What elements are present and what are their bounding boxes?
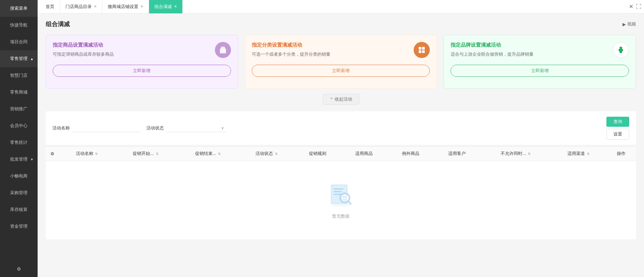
table-header-settings[interactable]: ⚙ — [46, 147, 59, 161]
sidebar-item-label: 采购管理 — [10, 190, 28, 195]
promo-card-category: 指定分类设置满减活动 可选一个或者多个分类，提升分类的销量 立即新增 — [245, 35, 437, 89]
chevron-up-icon: ▲ — [30, 57, 34, 61]
col-label: 促销结束... — [195, 151, 216, 156]
tab-wechat-store-label: 微商城店铺设置 — [108, 4, 138, 10]
sidebar-item-quicknav[interactable]: 快捷导航 — [0, 17, 38, 34]
svg-rect-11 — [333, 191, 341, 192]
category-card-icon — [414, 42, 430, 58]
table-header-promo-end[interactable]: 促销结束... ⇅ — [177, 147, 239, 161]
table-header-applicable-channels[interactable]: 适用渠道 ⇅ — [551, 147, 606, 161]
sidebar-item-retail-mall[interactable]: 零售商城 — [0, 84, 38, 101]
svg-point-16 — [343, 197, 344, 198]
sidebar-item-retail-stats[interactable]: 零售统计 — [0, 134, 38, 151]
activity-status-select[interactable]: ∨ — [167, 124, 227, 132]
category-card-desc: 可选一个或者多个分类，提升分类的销量 — [252, 51, 430, 58]
table-header-promo-start[interactable]: 促销开始... ⇅ — [114, 147, 177, 161]
col-label: 促销开始... — [133, 151, 154, 156]
svg-point-2 — [223, 50, 224, 51]
settings-button[interactable]: 设置 — [606, 129, 629, 140]
sidebar-item-smart-store[interactable]: 智慧门店 — [0, 67, 38, 84]
svg-rect-6 — [422, 50, 425, 53]
table-header-no-concurrent[interactable]: 不允许同时... ⇅ — [480, 147, 551, 161]
table-header-applicable-products: 适用商品 — [341, 147, 387, 161]
promo-cards-row: 指定商品设置满减活动 可指定滞销商品或库存较多商品 立即新增 指定分类设置满减活… — [46, 35, 636, 89]
table-header-activity-name[interactable]: 活动名称 ⇅ — [59, 147, 114, 161]
table-header-promo-rules: 促销规则 — [294, 147, 340, 161]
expand-window-button[interactable]: ⛶ — [636, 4, 641, 10]
tab-product-catalog-label: 门店商品目录 — [65, 4, 92, 10]
product-card-title: 指定商品设置满减活动 — [53, 42, 231, 48]
video-label: 视频 — [627, 21, 636, 27]
brand-card-icon — [613, 42, 629, 58]
brand-card-add-button[interactable]: 立即新增 — [451, 65, 629, 77]
close-window-button[interactable]: ✕ — [629, 3, 633, 10]
sidebar-item-label: 小畅电商 — [10, 173, 28, 178]
tab-wechat-store[interactable]: 微商城店铺设置 ✕ — [102, 0, 149, 13]
tab-bar: 首页 门店商品目录 ✕ 微商城店铺设置 ✕ 组合满减 ✕ ✕ ⛶ — [38, 0, 644, 13]
table-header-applicable-customers: 适用客户 — [434, 147, 480, 161]
sidebar-item-label: 零售管理 — [10, 56, 28, 61]
product-card-add-button[interactable]: 立即新增 — [53, 65, 231, 77]
sort-icon: ⇅ — [95, 152, 98, 156]
sidebar: 搜索菜单 快捷导航 项目合同 零售管理 ▲ 智慧门店 零售商城 营销推广 会员中… — [0, 0, 38, 277]
category-card-title: 指定分类设置满减活动 — [252, 42, 430, 48]
sidebar-item-contract[interactable]: 项目合同 — [0, 34, 38, 50]
product-card-desc: 可指定滞销商品或库存较多商品 — [53, 51, 231, 58]
main-area: 首页 门店商品目录 ✕ 微商城店铺设置 ✕ 组合满减 ✕ ✕ ⛶ 组合满减 ▶ … — [38, 0, 644, 277]
col-label: 活动状态 — [256, 151, 273, 156]
sidebar-item-label: 搜索菜单 — [10, 6, 28, 11]
sidebar-item-label: 快捷导航 — [10, 22, 28, 27]
sidebar-item-marketing[interactable]: 营销推广 — [0, 101, 38, 117]
video-link[interactable]: ▶ 视频 — [623, 21, 636, 27]
table-header-activity-status[interactable]: 活动状态 ⇅ — [239, 147, 294, 161]
tab-home-label: 首页 — [46, 4, 54, 10]
tab-close-icon[interactable]: ✕ — [140, 4, 143, 9]
empty-state: 暂无数据 — [46, 161, 636, 239]
category-card-add-button[interactable]: 立即新增 — [252, 65, 430, 77]
collapse-activity-button[interactable]: ⌃ 收起活动 — [323, 94, 359, 105]
sort-icon: ⇅ — [156, 152, 158, 156]
sidebar-item-search[interactable]: 搜索菜单 — [0, 0, 38, 17]
sidebar-item-label: 零售统计 — [10, 140, 28, 145]
col-label: 适用商品 — [355, 151, 373, 156]
tab-close-icon[interactable]: ✕ — [94, 4, 97, 9]
col-label: 例外商品 — [402, 151, 419, 156]
sidebar-item-ecommerce[interactable]: 小畅电商 — [0, 168, 38, 184]
svg-rect-5 — [419, 50, 421, 53]
svg-point-17 — [345, 197, 347, 198]
sidebar-item-member[interactable]: 会员中心 — [0, 117, 38, 134]
empty-icon — [324, 181, 358, 208]
play-icon: ▶ — [623, 22, 626, 27]
tab-combo-discount-label: 组合满减 — [154, 4, 172, 10]
table-header-operations: 操作 — [606, 147, 636, 161]
sort-icon: ⇅ — [528, 152, 531, 156]
tab-close-active-icon[interactable]: ✕ — [174, 4, 177, 9]
tab-combo-discount[interactable]: 组合满减 ✕ — [149, 0, 183, 13]
sidebar-settings[interactable]: ⚙ — [0, 261, 38, 277]
search-row: 活动名称 活动状态 ∨ 查询 设置 — [52, 117, 629, 140]
sort-icon: ⇅ — [587, 152, 590, 156]
sidebar-item-finance[interactable]: 资金管理 — [0, 218, 38, 235]
sidebar-item-label: 营销推广 — [10, 106, 28, 111]
empty-text: 暂无数据 — [52, 213, 629, 219]
activity-name-field: 活动名称 — [52, 124, 140, 132]
svg-rect-0 — [220, 49, 226, 53]
tab-product-catalog[interactable]: 门店商品目录 ✕ — [60, 0, 102, 13]
svg-rect-3 — [419, 47, 421, 50]
activity-name-input[interactable] — [73, 124, 140, 132]
sidebar-item-label: 资金管理 — [10, 224, 28, 229]
sidebar-item-retail-manage[interactable]: 零售管理 ▲ — [0, 50, 38, 67]
collapse-icon: ⌃ — [330, 97, 333, 102]
query-button[interactable]: 查询 — [606, 117, 629, 127]
activity-status-field: 活动状态 ∨ — [146, 124, 227, 132]
sidebar-item-purchase[interactable]: 采购管理 — [0, 184, 38, 201]
sidebar-item-inventory[interactable]: 库存核算 — [0, 201, 38, 218]
sidebar-item-wholesale[interactable]: 批发管理 ▼ — [0, 151, 38, 168]
page-content: 组合满减 ▶ 视频 指定商品设置满减活动 可指定滞销商品或库存较 — [38, 13, 644, 277]
svg-point-1 — [221, 50, 222, 51]
page-title: 组合满减 — [46, 20, 70, 28]
col-label: 适用客户 — [448, 151, 466, 156]
tab-home[interactable]: 首页 — [40, 0, 60, 13]
sidebar-item-label: 智慧门店 — [10, 73, 28, 78]
promo-card-product: 指定商品设置满减活动 可指定滞销商品或库存较多商品 立即新增 — [46, 35, 238, 89]
